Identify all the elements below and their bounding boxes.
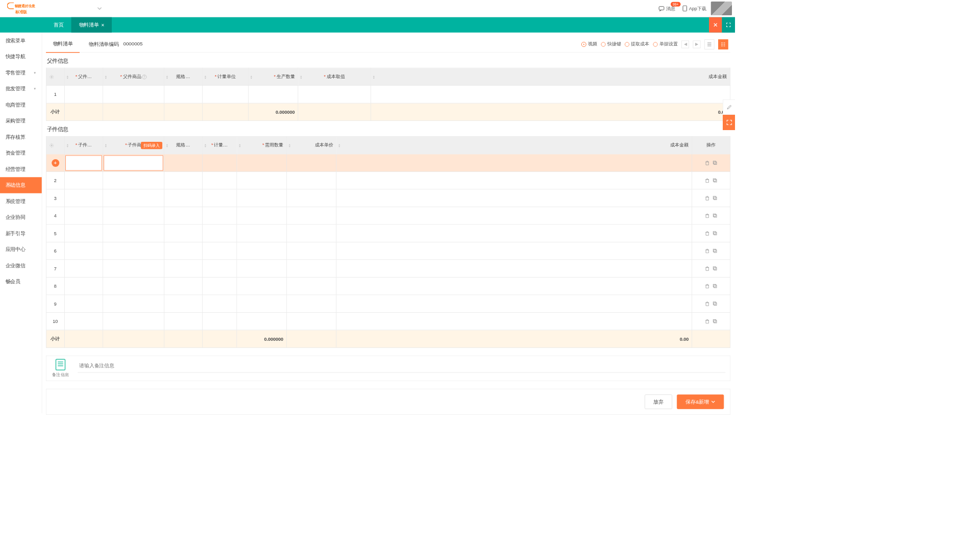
- child-cell-unit[interactable]: [202, 154, 237, 172]
- save-and-new-button[interactable]: 保存&新增: [677, 394, 724, 409]
- child-row[interactable]: 6: [46, 242, 730, 260]
- sort-icon[interactable]: ▲▼: [238, 143, 241, 147]
- parent-cell-costsrc[interactable]: [298, 86, 371, 104]
- child-cell-name[interactable]: [103, 207, 164, 224]
- fullscreen-button[interactable]: [722, 17, 736, 33]
- delete-row-button[interactable]: [704, 283, 710, 289]
- detail-view-button[interactable]: [718, 39, 728, 49]
- delete-row-button[interactable]: [704, 212, 710, 219]
- child-cell-price[interactable]: [286, 312, 336, 330]
- sort-icon[interactable]: ▲▼: [166, 143, 168, 147]
- parent-cell-code[interactable]: [64, 86, 103, 104]
- sidebar-item[interactable]: 企业微信: [0, 258, 42, 274]
- sort-icon[interactable]: ▲▼: [204, 143, 207, 147]
- doc-setting-link[interactable]: 单据设置: [653, 41, 678, 47]
- child-cell-name[interactable]: [103, 189, 164, 207]
- sidebar-item[interactable]: 畅会员: [0, 273, 42, 290]
- child-cell-needqty[interactable]: [237, 207, 287, 224]
- sidebar-item[interactable]: 企业协同: [0, 209, 42, 226]
- child-cell-needqty[interactable]: [237, 171, 287, 189]
- pager-prev-button[interactable]: ◀: [681, 40, 689, 48]
- parent-cell-spec[interactable]: [164, 86, 202, 104]
- sort-icon[interactable]: ▲▼: [300, 75, 302, 79]
- sort-icon[interactable]: ▲▼: [338, 143, 340, 147]
- copy-row-button[interactable]: [712, 300, 718, 307]
- help-icon[interactable]: ?: [142, 74, 146, 79]
- copy-row-button[interactable]: [712, 159, 718, 166]
- parent-col-costsrc[interactable]: ▲▼*成本取值: [298, 68, 371, 86]
- child-cell-name[interactable]: [103, 260, 164, 278]
- child-col-code[interactable]: ▲▼*子件…: [64, 136, 103, 154]
- child-col-costamt[interactable]: ▲▼成本金额: [336, 136, 692, 154]
- sidebar-item[interactable]: 电商管理: [0, 97, 42, 113]
- sidebar-item[interactable]: 搜索菜单: [0, 33, 42, 49]
- child-cell-name[interactable]: [103, 242, 164, 260]
- child-col-name[interactable]: ▲▼*子件商扫码录入: [103, 136, 164, 154]
- child-cell-code[interactable]: [64, 242, 103, 260]
- child-cell-code[interactable]: [64, 154, 103, 172]
- child-cell-spec[interactable]: [164, 224, 202, 242]
- child-cell-name[interactable]: [103, 154, 164, 172]
- sort-icon[interactable]: ▲▼: [66, 75, 69, 79]
- child-cell-code[interactable]: [64, 189, 103, 207]
- child-cell-code[interactable]: [64, 295, 103, 313]
- child-col-unit[interactable]: ▲▼*计量…: [202, 136, 237, 154]
- parent-col-costamt[interactable]: ▲▼成本金额: [371, 68, 730, 86]
- workspace-tab[interactable]: 物料清单✕: [71, 17, 112, 33]
- child-cell-spec[interactable]: [164, 277, 202, 295]
- child-cell-spec[interactable]: [164, 189, 202, 207]
- child-cell-unit[interactable]: [202, 277, 237, 295]
- video-link[interactable]: 视频: [581, 41, 598, 47]
- child-cell-price[interactable]: [286, 277, 336, 295]
- app-download-button[interactable]: App下载: [680, 4, 709, 13]
- delete-row-button[interactable]: [704, 177, 710, 184]
- child-cell-code[interactable]: [64, 207, 103, 224]
- child-cell-amt[interactable]: [336, 224, 692, 242]
- sort-icon[interactable]: ▲▼: [166, 75, 168, 79]
- copy-row-button[interactable]: [712, 318, 718, 324]
- child-cell-needqty[interactable]: [237, 154, 287, 172]
- child-col-unitprice[interactable]: ▲▼成本单价: [286, 136, 336, 154]
- child-cell-needqty[interactable]: [237, 312, 287, 330]
- child-cell-unit[interactable]: [202, 224, 237, 242]
- parent-col-prodqty[interactable]: ▲▼*生产数量: [248, 68, 298, 86]
- child-cell-code[interactable]: [64, 171, 103, 189]
- child-cell-unit[interactable]: [202, 260, 237, 278]
- child-cell-unit[interactable]: [202, 189, 237, 207]
- child-cell-price[interactable]: [286, 171, 336, 189]
- edit-tool-button[interactable]: [723, 99, 735, 115]
- child-cell-amt[interactable]: [336, 295, 692, 313]
- sort-icon[interactable]: ▲▼: [288, 143, 291, 147]
- child-cell-spec[interactable]: [164, 154, 202, 172]
- child-cell-spec[interactable]: [164, 171, 202, 189]
- delete-row-button[interactable]: [704, 194, 710, 201]
- sidebar-item[interactable]: 快捷导航: [0, 48, 42, 65]
- child-cell-needqty[interactable]: [237, 224, 287, 242]
- child-cell-needqty[interactable]: [237, 295, 287, 313]
- child-cell-name[interactable]: [103, 277, 164, 295]
- extract-cost-link[interactable]: 提取成本: [625, 41, 649, 47]
- child-row[interactable]: 3: [46, 189, 730, 207]
- child-cell-amt[interactable]: [336, 207, 692, 224]
- expand-tool-button[interactable]: [723, 115, 735, 130]
- parent-col-name[interactable]: ▲▼*父件商品?: [103, 68, 164, 86]
- sort-icon[interactable]: ▲▼: [66, 143, 69, 147]
- remark-input[interactable]: [78, 359, 725, 373]
- copy-row-button[interactable]: [712, 212, 718, 219]
- delete-row-button[interactable]: [704, 265, 710, 271]
- child-cell-unit[interactable]: [202, 171, 237, 189]
- sidebar-item[interactable]: 库存核算: [0, 129, 42, 145]
- child-cell-spec[interactable]: [164, 242, 202, 260]
- child-cell-amt[interactable]: [336, 312, 692, 330]
- sidebar-item[interactable]: 系统管理: [0, 193, 42, 210]
- child-row[interactable]: 5: [46, 224, 730, 242]
- scan-tag[interactable]: 扫码录入: [141, 142, 162, 149]
- child-cell-amt[interactable]: [336, 242, 692, 260]
- child-cell-amt[interactable]: [336, 171, 692, 189]
- sort-icon[interactable]: ▲▼: [373, 75, 375, 79]
- child-cell-code[interactable]: [64, 224, 103, 242]
- child-row[interactable]: 4: [46, 207, 730, 224]
- child-row[interactable]: 9: [46, 295, 730, 313]
- sidebar-item[interactable]: 零售管理▼: [0, 65, 42, 81]
- child-cell-needqty[interactable]: [237, 189, 287, 207]
